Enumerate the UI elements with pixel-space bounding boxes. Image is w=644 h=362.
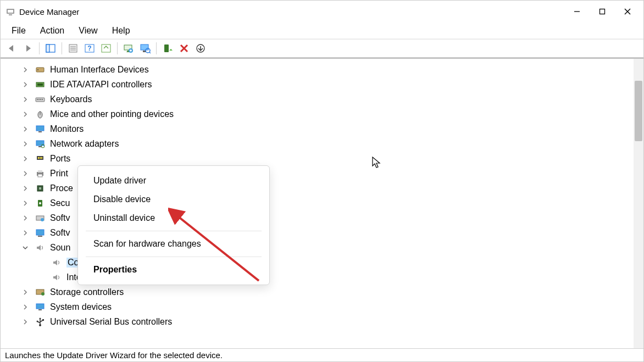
properties-button[interactable] xyxy=(65,41,81,56)
tree-item[interactable]: Mice and other pointing devices xyxy=(23,107,634,121)
tree-item[interactable]: Storage controllers xyxy=(23,285,634,299)
help-icon: ? xyxy=(85,43,95,53)
chevron-right-icon[interactable] xyxy=(23,97,30,102)
svg-point-58 xyxy=(41,292,45,296)
back-icon xyxy=(7,43,16,53)
svg-rect-44 xyxy=(40,157,41,159)
update-driver-icon xyxy=(123,43,134,54)
svg-rect-38 xyxy=(38,131,42,132)
add-legacy-button[interactable] xyxy=(193,41,208,56)
svg-point-67 xyxy=(37,320,38,322)
chevron-right-icon[interactable] xyxy=(23,304,30,310)
chevron-right-icon[interactable] xyxy=(23,289,30,295)
enable-device-icon xyxy=(163,43,173,53)
chevron-right-icon[interactable] xyxy=(23,141,30,147)
tree-item-label: IDE ATA/ATAPI controllers xyxy=(50,80,152,90)
vertical-scrollbar[interactable] xyxy=(634,59,643,348)
context-menu-item[interactable]: Disable device xyxy=(78,190,269,209)
svg-rect-22 xyxy=(164,44,169,52)
chevron-right-icon[interactable] xyxy=(23,201,30,206)
context-menu-item[interactable]: Update driver xyxy=(78,171,269,190)
toolbar-separator xyxy=(117,42,118,54)
tree-item-label: Universal Serial Bus controllers xyxy=(50,317,172,327)
tree-item[interactable]: Ports xyxy=(23,151,634,166)
svg-point-52 xyxy=(39,202,41,204)
speaker-icon xyxy=(51,257,62,268)
close-button[interactable] xyxy=(615,3,640,20)
update-driver-button[interactable] xyxy=(121,41,136,56)
svg-rect-31 xyxy=(37,99,38,100)
svg-rect-37 xyxy=(36,126,44,131)
speaker-icon xyxy=(51,272,62,283)
tree-item-label: Monitors xyxy=(50,124,84,134)
context-menu-separator xyxy=(86,257,262,257)
statusbar-text: Launches the Update Driver Wizard for th… xyxy=(5,350,223,360)
scan-hardware-icon xyxy=(140,43,151,54)
action-options-button[interactable] xyxy=(98,41,114,56)
chevron-right-icon[interactable] xyxy=(23,215,30,221)
device-manager-window: Device Manager File Action View Help ? H… xyxy=(0,0,644,362)
menu-file[interactable]: File xyxy=(5,24,32,38)
network-icon xyxy=(35,138,46,149)
menu-help[interactable]: Help xyxy=(106,24,137,38)
context-menu-item[interactable]: Properties xyxy=(78,260,269,279)
hid-icon xyxy=(35,64,46,75)
tree-item-label: Mice and other pointing devices xyxy=(50,109,174,119)
chevron-down-icon[interactable] xyxy=(23,245,30,250)
tree-pane-icon xyxy=(46,43,55,53)
chevron-right-icon[interactable] xyxy=(23,112,30,117)
tree-item[interactable]: Monitors xyxy=(23,121,634,136)
titlebar: Device Manager xyxy=(1,1,643,23)
back-button[interactable] xyxy=(4,41,19,56)
chevron-right-icon[interactable] xyxy=(23,230,30,236)
monitor-icon xyxy=(35,124,46,135)
tree-item[interactable]: Network adapters xyxy=(23,136,634,151)
printer-icon xyxy=(35,168,46,179)
tree-item-label: Network adapters xyxy=(50,139,119,149)
scan-hardware-button[interactable] xyxy=(137,41,153,56)
minimize-button[interactable] xyxy=(564,3,590,20)
uninstall-device-icon xyxy=(179,43,189,53)
menu-view[interactable]: View xyxy=(72,24,104,38)
cpu-icon xyxy=(35,183,46,194)
scrollbar-thumb[interactable] xyxy=(635,81,642,141)
chevron-right-icon[interactable] xyxy=(23,126,30,132)
forward-button[interactable] xyxy=(20,41,36,56)
mouse-icon xyxy=(35,109,46,120)
help-button[interactable]: ? xyxy=(82,41,97,56)
chevron-right-icon[interactable] xyxy=(23,171,30,176)
forward-icon xyxy=(23,43,33,53)
menu-action[interactable]: Action xyxy=(34,24,71,38)
tree-item[interactable]: Keyboards xyxy=(23,92,634,107)
uninstall-device-button[interactable] xyxy=(176,41,192,56)
svg-rect-47 xyxy=(38,170,42,172)
tree-item-label: Storage controllers xyxy=(50,287,124,297)
context-menu-item[interactable]: Uninstall device xyxy=(78,209,269,227)
tree-item[interactable]: Human Interface Devices xyxy=(23,62,634,77)
svg-rect-33 xyxy=(40,99,41,100)
chevron-right-icon[interactable] xyxy=(23,319,30,325)
tree-item-label: Print xyxy=(50,169,68,179)
chevron-right-icon[interactable] xyxy=(23,67,30,73)
tree-item-label: Soun xyxy=(50,243,70,253)
chevron-right-icon[interactable] xyxy=(23,156,30,161)
properties-icon xyxy=(68,43,78,53)
enable-device-button[interactable] xyxy=(160,41,175,56)
ide-icon xyxy=(35,79,46,90)
tree-item[interactable]: Universal Serial Bus controllers xyxy=(23,314,634,329)
show-hide-tree-button[interactable] xyxy=(43,41,58,56)
chevron-right-icon[interactable] xyxy=(23,82,30,87)
system-icon xyxy=(35,302,46,313)
tree-item[interactable]: System devices xyxy=(23,299,634,314)
context-menu-item[interactable]: Scan for hardware changes xyxy=(78,235,269,253)
svg-point-54 xyxy=(41,218,44,221)
tree-item-label: Human Interface Devices xyxy=(50,65,149,75)
tree-item-label: System devices xyxy=(50,302,112,312)
tree-item[interactable]: IDE ATA/ATAPI controllers xyxy=(23,77,634,92)
maximize-button[interactable] xyxy=(590,3,615,20)
svg-rect-55 xyxy=(36,230,44,235)
svg-rect-59 xyxy=(36,304,44,309)
svg-point-63 xyxy=(40,318,41,319)
tree-item-label: Softv xyxy=(50,213,70,223)
chevron-right-icon[interactable] xyxy=(23,186,30,191)
